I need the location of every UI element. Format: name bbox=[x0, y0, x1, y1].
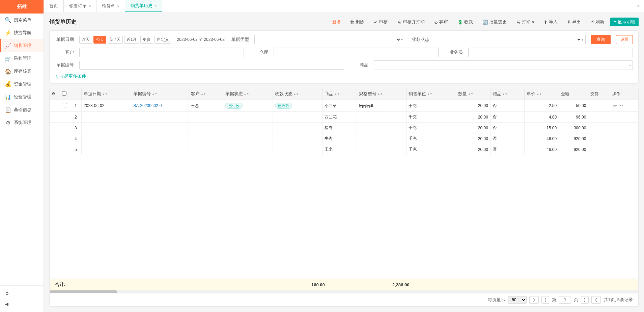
date-btn-7days[interactable]: 近7天 bbox=[108, 36, 123, 44]
refresh-button[interactable]: ↺ 刷新 bbox=[587, 18, 608, 26]
page-number-input[interactable] bbox=[559, 296, 571, 304]
td-checkbox[interactable] bbox=[60, 100, 70, 112]
audit-print-button[interactable]: 🖨 审核并打印 bbox=[394, 18, 428, 26]
page-first-button[interactable]: ⟨⟨ bbox=[529, 296, 539, 304]
new-button[interactable]: + 新增 bbox=[326, 18, 344, 26]
page-prev-button[interactable]: ⟨ bbox=[541, 296, 549, 304]
window-close-button[interactable]: × bbox=[633, 3, 644, 9]
th-sales-unit[interactable]: 销售单位▲▼ bbox=[406, 88, 456, 100]
table-scroll-area[interactable]: ⚙ 单据日期▲▼ 单据编号▲▼ 客户▲▼ 单据状态▲▼ 收款状态▲▼ 商品▲▼ … bbox=[50, 88, 638, 279]
total-amount: 2,286.00 bbox=[392, 282, 410, 287]
th-gift[interactable]: 赠品▲▼ bbox=[490, 88, 525, 100]
th-collect-status[interactable]: 收款状态▲▼ bbox=[273, 88, 322, 100]
th-unit-price[interactable]: 单价▲▼ bbox=[525, 88, 559, 100]
tab-sales-order-label: 销售订单 bbox=[69, 3, 87, 9]
page-next-button[interactable]: ⟩ bbox=[581, 296, 589, 304]
th-qty[interactable]: 数量▲▼ bbox=[456, 88, 491, 100]
collect-status-select[interactable] bbox=[435, 35, 582, 44]
td-doc-no[interactable]: SA-20230602-0 bbox=[131, 100, 189, 112]
td-spec-type bbox=[357, 123, 406, 133]
td-gift: 否 bbox=[490, 133, 525, 144]
batch-change-button[interactable]: 🔄 批量变更 bbox=[479, 18, 510, 26]
sidebar-item-sales-mgmt[interactable]: 📈 销售管理 bbox=[0, 39, 44, 52]
doc-no-input[interactable] bbox=[79, 61, 344, 70]
audit-button[interactable]: ✔ 审核 bbox=[370, 18, 391, 26]
warehouse-input[interactable] bbox=[274, 48, 431, 57]
th-spec-type[interactable]: 规格型号▲▼ bbox=[357, 88, 406, 100]
edit-action-button[interactable]: ✏ bbox=[612, 102, 618, 109]
page-last-button[interactable]: ⟩⟩ bbox=[591, 296, 601, 304]
total-qty: 100.00 bbox=[311, 282, 325, 287]
salesperson-ellipsis-button[interactable]: ··· bbox=[626, 50, 633, 55]
th-settings[interactable]: ⚙ bbox=[50, 88, 60, 100]
abandon-label: 弃审 bbox=[439, 19, 448, 25]
tab-sales-history[interactable]: 销货单历史 × bbox=[125, 0, 162, 12]
horizontal-scrollbar[interactable] bbox=[50, 290, 638, 293]
query-button[interactable]: 查询 bbox=[591, 35, 611, 44]
tab-sales-delivery[interactable]: 销货单 × bbox=[96, 0, 125, 12]
td-doc-status bbox=[223, 112, 273, 123]
per-page-select[interactable]: 50 100 bbox=[508, 296, 527, 304]
sidebar-item-quick-nav[interactable]: ⚡ 快捷导航 bbox=[0, 26, 44, 39]
sidebar-item-search-menu[interactable]: 🔍 搜索菜单 bbox=[0, 14, 44, 26]
tab-sales-delivery-close[interactable]: × bbox=[117, 4, 119, 8]
customer-label: 客户 bbox=[55, 49, 74, 55]
sidebar-item-ops-mgmt[interactable]: 📊 经营管理 bbox=[0, 90, 44, 103]
select-all-checkbox[interactable] bbox=[62, 91, 66, 96]
th-doc-no[interactable]: 单据编号▲▼ bbox=[131, 88, 189, 100]
tab-sales-order[interactable]: 销售订单 × bbox=[64, 0, 96, 12]
customer-ellipsis-button[interactable]: ··· bbox=[237, 50, 244, 55]
sidebar-item-fund-mgmt[interactable]: 💰 资金管理 bbox=[0, 78, 44, 90]
date-btn-yesterday[interactable]: 昨天 bbox=[79, 36, 92, 44]
sidebar-item-collapse[interactable]: ◀ bbox=[0, 299, 44, 309]
th-customer[interactable]: 客户▲▼ bbox=[189, 88, 223, 100]
th-checkbox[interactable] bbox=[60, 88, 70, 100]
tab-sales-order-close[interactable]: × bbox=[89, 4, 91, 8]
date-btn-more[interactable]: 更多 bbox=[140, 36, 153, 44]
doc-type-select[interactable] bbox=[255, 35, 401, 44]
tab-sales-history-close[interactable]: × bbox=[155, 4, 157, 8]
delete-button[interactable]: 🗑 删除 bbox=[346, 18, 368, 26]
sidebar-item-inventory-calc[interactable]: 🏠 库存核算 bbox=[0, 65, 44, 78]
td-checkbox[interactable] bbox=[60, 133, 70, 144]
td-unit-price: 15.00 bbox=[525, 123, 559, 133]
print-button[interactable]: 🖨 打印 ▾ bbox=[513, 18, 538, 26]
sidebar-item-sys-mgmt[interactable]: ⚙ 系统管理 bbox=[0, 116, 44, 129]
td-row-num: 4 bbox=[70, 133, 82, 144]
goods-ellipsis-button[interactable]: ··· bbox=[626, 63, 633, 68]
goods-input[interactable] bbox=[374, 61, 626, 70]
collect-button[interactable]: 💲 收款 bbox=[454, 18, 476, 26]
pagination: 每页显示 50 100 ⟨⟨ ⟨ 第 页 ⟩ ⟩⟩ 共1页, 5条记录 bbox=[50, 293, 638, 306]
warehouse-ellipsis-button[interactable]: ··· bbox=[432, 50, 438, 55]
date-btn-custom[interactable]: 自定义 bbox=[155, 36, 171, 44]
row-checkbox[interactable] bbox=[63, 103, 67, 107]
sidebar-item-purchase-mgmt[interactable]: 🛒 采购管理 bbox=[0, 52, 44, 65]
td-goods: 牛肉 bbox=[323, 133, 357, 144]
th-doc-date[interactable]: 单据日期▲▼ bbox=[82, 88, 131, 100]
td-row-num: 5 bbox=[70, 144, 82, 155]
sidebar-item-settings-bottom[interactable]: ⚙ bbox=[0, 288, 44, 299]
settings-button[interactable]: 设置 bbox=[616, 35, 633, 44]
display-detail-button[interactable]: ≡ 显示明细 bbox=[610, 18, 639, 26]
tab-home[interactable]: 首页 bbox=[44, 0, 64, 12]
td-checkbox[interactable] bbox=[60, 112, 70, 123]
import-button[interactable]: ⬆ 导入 bbox=[540, 18, 561, 26]
scrollbar-thumb[interactable] bbox=[50, 290, 117, 293]
export-button[interactable]: ⬇ 导出 bbox=[564, 18, 584, 26]
abandon-button[interactable]: ⊘ 弃审 bbox=[431, 18, 451, 26]
collapse-up-icon: ∧ bbox=[55, 74, 58, 79]
customer-input[interactable] bbox=[80, 48, 237, 57]
sidebar-item-basic-info[interactable]: 📋 基础信息 bbox=[0, 103, 44, 116]
th-doc-status[interactable]: 单据状态▲▼ bbox=[223, 88, 273, 100]
td-sales-unit: 千克 bbox=[406, 133, 456, 144]
td-checkbox[interactable] bbox=[60, 144, 70, 155]
collect-icon: 💲 bbox=[457, 20, 463, 25]
date-btn-today[interactable]: 今天 bbox=[93, 36, 106, 44]
date-btn-1month[interactable]: 近1月 bbox=[124, 36, 139, 44]
td-checkbox[interactable] bbox=[60, 123, 70, 133]
th-goods[interactable]: 商品▲▼ bbox=[323, 88, 357, 100]
salesperson-input[interactable] bbox=[469, 48, 626, 57]
collapse-button[interactable]: ∧ 收起更多条件 bbox=[55, 73, 633, 79]
sidebar-item-label: 搜索菜单 bbox=[14, 17, 31, 23]
more-action-button[interactable]: ⋯ bbox=[618, 102, 624, 109]
